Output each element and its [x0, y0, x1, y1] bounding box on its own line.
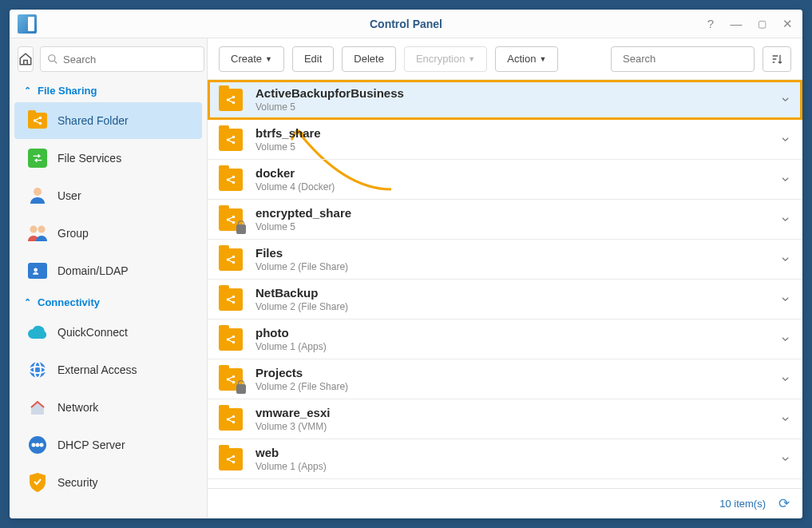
sidebar-item-shared-folder[interactable]: Shared Folder — [14, 102, 202, 139]
chevron-down-icon[interactable]: › — [778, 297, 794, 302]
folder-row[interactable]: Projects Volume 2 (File Share) › — [208, 359, 802, 399]
chevron-down-icon[interactable]: › — [778, 217, 794, 222]
cloud-icon — [27, 322, 48, 343]
chevron-down-icon: ▼ — [539, 55, 546, 63]
folder-row[interactable]: ActiveBackupforBusiness Volume 5 › — [208, 80, 802, 120]
chevron-down-icon[interactable]: › — [778, 177, 794, 182]
folder-row[interactable]: encrypted_share Volume 5 › — [208, 200, 802, 240]
svg-point-37 — [232, 375, 236, 378]
sidebar-item-dhcp-server[interactable]: DHCP Server — [14, 427, 202, 463]
folder-share-icon — [219, 248, 243, 271]
svg-point-13 — [36, 443, 40, 447]
dhcp-icon — [27, 435, 48, 455]
chevron-down-icon[interactable]: › — [778, 417, 794, 422]
action-button[interactable]: Action ▼ — [495, 46, 558, 72]
refresh-icon[interactable]: ⟳ — [778, 495, 790, 512]
folder-row[interactable]: Files Volume 2 (File Share) › — [208, 240, 802, 280]
svg-point-7 — [34, 268, 38, 272]
chevron-down-icon[interactable]: › — [778, 377, 794, 382]
svg-point-40 — [232, 415, 236, 418]
id-icon — [27, 260, 48, 281]
chevron-down-icon[interactable]: › — [778, 337, 794, 342]
encryption-button: Encryption ▼ — [404, 46, 487, 72]
folder-subtitle: Volume 5 — [255, 221, 783, 232]
svg-point-15 — [227, 98, 230, 101]
folder-row[interactable]: web Volume 1 (Apps) › — [208, 439, 802, 479]
help-icon[interactable]: ? — [703, 17, 718, 31]
edit-button[interactable]: Edit — [292, 46, 334, 72]
app-icon — [18, 14, 37, 34]
chevron-down-icon[interactable]: › — [778, 137, 794, 142]
home-button[interactable] — [18, 46, 34, 72]
toolbar-search-input[interactable] — [623, 53, 757, 65]
svg-point-19 — [232, 135, 236, 138]
sidebar-group-connectivity[interactable]: ⌃Connectivity — [10, 290, 207, 313]
folder-subtitle: Volume 2 (File Share) — [255, 301, 783, 312]
toolbar-search[interactable] — [611, 46, 755, 72]
svg-point-21 — [227, 178, 230, 181]
chevron-down-icon[interactable]: › — [778, 97, 794, 102]
svg-point-25 — [232, 215, 236, 218]
sidebar-item-label: Domain/LDAP — [57, 264, 129, 277]
svg-point-6 — [38, 226, 46, 233]
sidebar-item-label: File Services — [57, 152, 121, 165]
sidebar-item-external-access[interactable]: External Access — [14, 351, 202, 388]
lock-icon — [236, 224, 246, 234]
sidebar-item-group[interactable]: Group — [14, 215, 202, 252]
svg-point-34 — [232, 335, 236, 338]
folder-subtitle: Volume 5 — [255, 141, 783, 153]
svg-point-16 — [232, 95, 236, 98]
folder-name: photo — [255, 326, 783, 339]
chevron-up-icon: ⌃ — [24, 85, 31, 96]
sidebar-item-user[interactable]: User — [14, 177, 202, 214]
sidebar-item-domain-ldap[interactable]: Domain/LDAP — [14, 252, 202, 289]
folder-row[interactable]: NetBackup Volume 2 (File Share) › — [208, 280, 802, 320]
window-title: Control Panel — [10, 18, 802, 30]
create-button[interactable]: Create ▼ — [219, 46, 284, 72]
svg-point-44 — [232, 460, 236, 463]
folder-subtitle: Volume 1 (Apps) — [255, 341, 783, 352]
sidebar-group-file-sharing[interactable]: ⌃File Sharing — [10, 78, 207, 101]
svg-point-30 — [227, 298, 230, 301]
folder-subtitle: Volume 3 (VMM) — [255, 421, 783, 432]
folder-share-icon — [27, 110, 48, 131]
svg-point-39 — [227, 418, 230, 421]
folder-share-icon — [219, 129, 243, 151]
sidebar-top — [10, 38, 207, 78]
chevron-down-icon[interactable]: › — [778, 257, 794, 262]
sidebar-search-input[interactable] — [63, 54, 197, 66]
main-pane: Create ▼ Edit Delete Encryption ▼ Action… — [208, 38, 802, 518]
folder-share-icon — [219, 328, 243, 351]
close-icon[interactable]: ✕ — [780, 17, 794, 31]
svg-point-32 — [232, 300, 236, 304]
sidebar-search[interactable] — [40, 46, 204, 72]
sidebar-item-label: Network — [57, 401, 98, 414]
svg-point-35 — [232, 340, 236, 343]
folder-row[interactable]: docker Volume 4 (Docker) › — [208, 160, 802, 200]
svg-point-18 — [227, 138, 230, 141]
folder-subtitle: Volume 5 — [255, 101, 783, 113]
folder-name: docker — [255, 166, 783, 180]
folder-subtitle: Volume 4 (Docker) — [255, 181, 783, 193]
sidebar-item-quickconnect[interactable]: QuickConnect — [14, 314, 202, 351]
folder-row[interactable]: btrfs_share Volume 5 › — [208, 120, 802, 160]
sidebar-item-security[interactable]: Security — [14, 464, 202, 501]
sort-button[interactable] — [762, 46, 791, 72]
folder-row[interactable]: vmware_esxi Volume 3 (VMM) › — [208, 399, 802, 439]
svg-point-36 — [227, 378, 230, 381]
folder-name: web — [255, 446, 783, 459]
maximize-icon[interactable]: ▢ — [755, 17, 769, 31]
sidebar-item-file-services[interactable]: File Services — [14, 140, 202, 177]
svg-point-23 — [232, 181, 236, 184]
minimize-icon[interactable]: — — [729, 17, 743, 31]
sidebar-item-network[interactable]: Network — [14, 389, 202, 426]
folder-name: vmware_esxi — [255, 406, 783, 419]
delete-button[interactable]: Delete — [342, 46, 396, 72]
svg-point-29 — [232, 260, 236, 264]
toolbar: Create ▼ Edit Delete Encryption ▼ Action… — [208, 38, 802, 80]
folder-row[interactable]: photo Volume 1 (Apps) › — [208, 320, 802, 359]
sidebar-item-label: DHCP Server — [57, 439, 125, 451]
svg-point-12 — [32, 443, 36, 447]
chevron-down-icon[interactable]: › — [778, 457, 794, 462]
folder-name: encrypted_share — [255, 206, 783, 220]
